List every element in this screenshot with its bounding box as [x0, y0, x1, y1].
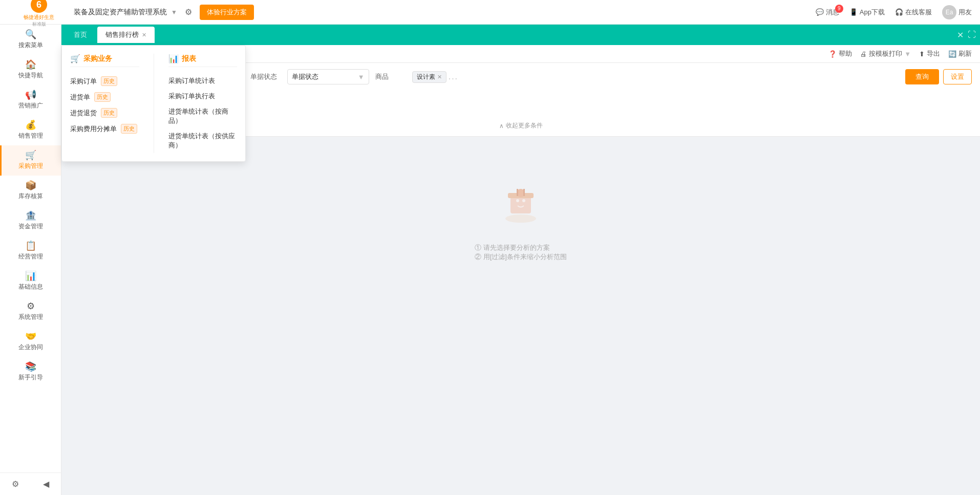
search-icon: 🔍: [25, 30, 36, 39]
home-icon: 🏠: [25, 60, 36, 69]
tab-bar: 首页 销售排行榜 ✕ ✕ ⛶: [61, 25, 980, 45]
purchase-section-title: 🛒 采购业务: [70, 54, 139, 67]
export-button[interactable]: ⬆ 导出: [919, 49, 940, 58]
tab-expand-icon[interactable]: ⛶: [968, 30, 976, 39]
sidebar-item-cooperation[interactable]: 🤝 企业协同: [0, 327, 61, 357]
online-service-button[interactable]: 🎧 在线客服: [895, 8, 932, 17]
inventory-icon: 📦: [25, 181, 36, 190]
sidebar-item-label: 基础信息: [18, 283, 43, 291]
messages-badge: 9: [835, 5, 843, 13]
settings-button[interactable]: 设置: [943, 69, 972, 84]
purchase-order-label: 采购订单: [70, 77, 97, 86]
sales-icon: 💰: [25, 120, 36, 130]
svg-point-0: [505, 214, 536, 223]
return-label: 进货退货: [70, 109, 97, 118]
menu-item-order-exec[interactable]: 采购订单执行表: [168, 89, 238, 104]
print-button[interactable]: 🖨 按模板打印 ▼: [860, 49, 911, 58]
guide-icon: 📚: [25, 362, 36, 371]
incoming-stat-goods-label: 进货单统计表（按商品）: [168, 107, 238, 125]
phone-icon: 📱: [849, 8, 858, 16]
finance-icon: 🏦: [25, 211, 36, 220]
settings-icon-btn[interactable]: ⚙: [181, 5, 196, 19]
menu-item-expense[interactable]: 采购费用分摊单 历史: [70, 121, 139, 137]
sidebar-item-label: 采购管理: [18, 162, 43, 170]
sidebar-item-label: 经营管理: [18, 252, 43, 261]
history-tag-return: 历史: [101, 108, 117, 118]
sidebar-item-guide[interactable]: 📚 新手引导: [0, 357, 61, 387]
sidebar-item-purchase[interactable]: 🛒 采购管理: [0, 145, 61, 176]
user-menu[interactable]: Ea 用友: [942, 5, 972, 19]
dropdown-arrow-icon[interactable]: ▼: [171, 9, 177, 16]
print-icon: 🖨: [860, 50, 867, 58]
print-dropdown-icon[interactable]: ▼: [904, 50, 911, 58]
messages-button[interactable]: 💬 消息 9: [816, 8, 839, 17]
tab-bar-right: ✕ ⛶: [957, 30, 976, 40]
headset-icon: 🎧: [895, 8, 903, 16]
sidebar-bottom: ⚙ ◀: [0, 472, 61, 495]
sidebar-item-label: 销售管理: [18, 132, 43, 140]
menu-item-incoming-stat-goods[interactable]: 进货单统计表（按商品）: [168, 104, 238, 128]
status-select-value: 单据状态: [292, 72, 318, 81]
collapse-sidebar-icon[interactable]: ◀: [39, 477, 53, 491]
menu-item-incoming-stat-supplier[interactable]: 进货单统计表（按供应商）: [168, 128, 238, 153]
refresh-button[interactable]: 🔄 刷新: [948, 49, 972, 58]
sidebar-item-label: 库存核算: [18, 192, 43, 201]
sidebar: 🔍 搜索菜单 🏠 快捷导航 📢 营销推广 💰 销售管理 🛒 采购管理 📦 库存核…: [0, 25, 61, 495]
menu-divider: [154, 54, 154, 153]
tab-close-icon[interactable]: ✕: [142, 32, 146, 38]
tab-home[interactable]: 首页: [66, 27, 95, 43]
operations-icon: 📋: [25, 241, 36, 250]
sidebar-item-label: 系统管理: [18, 313, 43, 321]
expense-label: 采购费用分摊单: [70, 124, 117, 134]
order-stat-label: 采购订单统计表: [168, 76, 215, 85]
sidebar-item-inventory[interactable]: 📦 库存核算: [0, 176, 61, 206]
tab-sales-rank[interactable]: 销售排行榜 ✕: [97, 27, 155, 43]
app-download-button[interactable]: 📱 App下载: [849, 8, 885, 17]
purchase-section: 🛒 采购业务 采购订单 历史 进货单 历史 进货退货 历史 采购费用分摊单 历史: [70, 54, 139, 153]
menu-item-order-stat[interactable]: 采购订单统计表: [168, 73, 238, 89]
sidebar-item-sales[interactable]: 💰 销售管理: [0, 115, 61, 145]
sidebar-item-system[interactable]: ⚙ 系统管理: [0, 296, 61, 327]
header-middle: 装备及固定资产辅助管理系统 ▼ ⚙ 体验行业方案: [70, 5, 816, 20]
incoming-label: 进货单: [70, 93, 90, 102]
goods-tag-close[interactable]: ✕: [437, 74, 442, 80]
purchase-dropdown-menu: 🛒 采购业务 采购订单 历史 进货单 历史 进货退货 历史 采购费用分摊单 历史…: [61, 45, 246, 162]
incoming-stat-supplier-label: 进货单统计表（按供应商）: [168, 132, 238, 150]
help-button[interactable]: ❓ 帮助: [828, 49, 852, 58]
history-tag-purchase-order: 历史: [101, 76, 117, 86]
sidebar-item-label: 快捷导航: [18, 71, 43, 80]
tab-home-label: 首页: [74, 30, 87, 39]
order-exec-label: 采购订单执行表: [168, 92, 215, 101]
tab-close-all-icon[interactable]: ✕: [957, 30, 964, 40]
menu-item-incoming[interactable]: 进货单 历史: [70, 89, 139, 105]
tab-sales-rank-label: 销售排行榜: [105, 30, 139, 39]
marketing-icon: 📢: [25, 90, 36, 99]
menu-item-purchase-order[interactable]: 采购订单 历史: [70, 73, 139, 89]
svg-point-7: [522, 199, 525, 202]
collapse-button[interactable]: ∧ 收起更多条件: [499, 121, 543, 130]
sidebar-item-search[interactable]: 🔍 搜索菜单: [0, 25, 61, 55]
basic-info-icon: 📊: [25, 271, 36, 281]
sidebar-item-label: 资金管理: [18, 222, 43, 231]
menu-item-return[interactable]: 进货退货 历史: [70, 105, 139, 121]
sidebar-item-finance[interactable]: 🏦 资金管理: [0, 206, 61, 236]
system-title: 装备及固定资产辅助管理系统: [74, 8, 167, 17]
goods-filter-label: 商品: [375, 72, 406, 81]
logo-icon: 6: [31, 0, 47, 13]
industry-button[interactable]: 体验行业方案: [200, 5, 254, 20]
sidebar-item-operations[interactable]: 📋 经营管理: [0, 236, 61, 266]
svg-point-6: [516, 199, 519, 202]
sidebar-item-marketing[interactable]: 📢 营销推广: [0, 85, 61, 115]
empty-tip-1: 请先选择要分析的方案: [475, 243, 567, 252]
bottom-settings-icon[interactable]: ⚙: [8, 477, 23, 491]
export-icon: ⬆: [919, 50, 925, 58]
report-section-title: 📊 报表: [168, 54, 238, 67]
status-select-arrow: ▼: [358, 73, 365, 81]
sidebar-item-label: 营销推广: [18, 101, 43, 110]
help-icon: ❓: [828, 50, 837, 58]
goods-dots[interactable]: ...: [449, 72, 458, 81]
sidebar-item-basic-info[interactable]: 📊 基础信息: [0, 266, 61, 296]
status-select[interactable]: 单据状态 ▼: [287, 69, 369, 84]
query-button[interactable]: 查询: [905, 69, 939, 84]
sidebar-item-quick-nav[interactable]: 🏠 快捷导航: [0, 55, 61, 85]
